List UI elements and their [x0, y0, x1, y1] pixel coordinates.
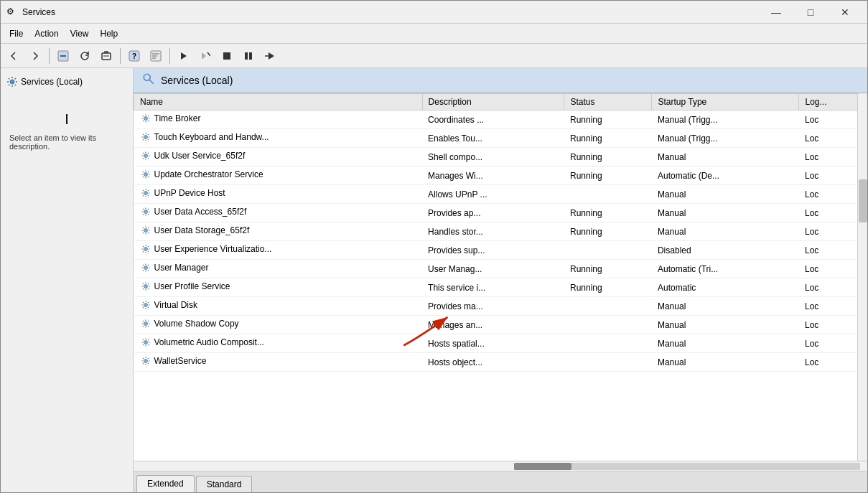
- cell-status: Running: [564, 166, 652, 185]
- h-scroll-thumb[interactable]: [514, 463, 571, 470]
- cell-name: User Data Access_65f2f: [134, 204, 423, 222]
- svg-point-22: [144, 117, 147, 121]
- tab-extended[interactable]: Extended: [136, 475, 195, 492]
- menu-action[interactable]: Action: [29, 27, 64, 41]
- toolbar-separator-3: [169, 48, 170, 64]
- maximize-button[interactable]: □: [794, 1, 827, 24]
- table-row[interactable]: Virtual DiskProvides ma...ManualLoc: [134, 297, 867, 316]
- svg-marker-10: [181, 52, 187, 60]
- cursor-indicator: I: [4, 111, 130, 128]
- cell-startup-type: Manual: [652, 185, 799, 204]
- left-panel-services-local[interactable]: Services (Local): [4, 74, 130, 90]
- cell-description: Coordinates ...: [422, 111, 564, 129]
- svg-point-18: [10, 80, 14, 84]
- toolbar-start-paused[interactable]: [195, 47, 215, 65]
- svg-point-29: [144, 248, 147, 251]
- services-table-container[interactable]: Name Description Status Startup Type Log…: [134, 93, 867, 461]
- cell-name: User Profile Service: [134, 278, 423, 297]
- cell-name: Udk User Service_65f2f: [134, 148, 423, 166]
- table-row[interactable]: Volume Shadow CopyManages an...ManualLoc: [134, 316, 867, 334]
- horizontal-scrollbar[interactable]: [134, 461, 867, 471]
- toolbar-properties[interactable]: [146, 47, 166, 65]
- cell-name: Time Broker: [134, 111, 423, 129]
- table-row[interactable]: WalletServiceHosts object...ManualLoc: [134, 353, 867, 372]
- svg-point-34: [144, 341, 147, 344]
- toolbar-export[interactable]: [96, 47, 116, 65]
- svg-marker-11: [202, 52, 206, 60]
- toolbar-stop[interactable]: [217, 47, 237, 65]
- cell-status: [564, 316, 652, 334]
- table-row[interactable]: User Profile ServiceThis service i...Run…: [134, 278, 867, 297]
- svg-point-31: [144, 285, 147, 288]
- cell-status: Running: [564, 260, 652, 278]
- service-icon-12: Volumetric Audio Composit...: [140, 337, 264, 348]
- table-row[interactable]: Time BrokerCoordinates ...RunningManual …: [134, 111, 867, 129]
- service-icon-8: User Manager: [140, 262, 209, 273]
- cell-status: Running: [564, 148, 652, 166]
- minimize-button[interactable]: —: [760, 1, 793, 24]
- cell-startup-type: Manual (Trigg...: [652, 129, 799, 148]
- cell-startup-type: Automatic (De...: [652, 166, 799, 185]
- cell-description: Manages an...: [422, 316, 564, 334]
- toolbar-start[interactable]: [174, 47, 194, 65]
- cell-name: Volumetric Audio Composit...: [134, 334, 423, 353]
- table-row[interactable]: Udk User Service_65f2fShell compo...Runn…: [134, 148, 867, 166]
- cell-description: Provides sup...: [422, 241, 564, 260]
- table-row[interactable]: Touch Keyboard and Handw...Enables Tou..…: [134, 129, 867, 148]
- cell-description: Allows UPnP ...: [422, 185, 564, 204]
- svg-point-26: [144, 192, 147, 195]
- col-status[interactable]: Status: [564, 94, 652, 111]
- tab-standard[interactable]: Standard: [196, 476, 253, 492]
- cell-description: Shell compo...: [422, 148, 564, 166]
- right-panel: Services (Local): [134, 68, 867, 492]
- col-description[interactable]: Description: [422, 94, 564, 111]
- scroll-thumb[interactable]: [859, 179, 867, 222]
- svg-point-27: [144, 210, 147, 214]
- left-panel-label: Services (Local): [21, 77, 83, 87]
- col-startup-type[interactable]: Startup Type: [652, 94, 799, 111]
- menu-help[interactable]: Help: [95, 27, 124, 41]
- toolbar: ?: [1, 44, 867, 68]
- toolbar-resume[interactable]: [260, 47, 280, 65]
- window-controls: — □ ✕: [760, 1, 862, 24]
- table-row[interactable]: User Data Access_65f2fProvides ap...Runn…: [134, 204, 867, 222]
- service-icon-9: User Profile Service: [140, 281, 230, 292]
- toolbar-separator-2: [120, 48, 121, 64]
- table-row[interactable]: Update Orchestrator ServiceManages Wi...…: [134, 166, 867, 185]
- toolbar-show-hide[interactable]: [53, 47, 73, 65]
- panel-header-icon: [142, 72, 155, 88]
- cell-name: WalletService: [134, 353, 423, 372]
- svg-rect-13: [223, 52, 230, 60]
- table-row[interactable]: UPnP Device HostAllows UPnP ...ManualLoc: [134, 185, 867, 204]
- col-name[interactable]: Name: [134, 94, 423, 111]
- cell-startup-type: Manual: [652, 222, 799, 241]
- window-title: Services: [22, 7, 760, 17]
- services-list: Time BrokerCoordinates ...RunningManual …: [134, 111, 867, 372]
- toolbar-help[interactable]: ?: [124, 47, 144, 65]
- toolbar-back[interactable]: [4, 47, 24, 65]
- table-row[interactable]: User Data Storage_65f2fHandles stor...Ru…: [134, 222, 867, 241]
- menu-view[interactable]: View: [65, 27, 95, 41]
- menu-file[interactable]: File: [4, 27, 29, 41]
- cell-name: Volume Shadow Copy: [134, 316, 423, 334]
- table-row[interactable]: User ManagerUser Manag...RunningAutomati…: [134, 260, 867, 278]
- cell-name: User Data Storage_65f2f: [134, 222, 423, 241]
- vertical-scrollbar[interactable]: [857, 93, 867, 461]
- toolbar-pause[interactable]: [238, 47, 258, 65]
- svg-point-25: [144, 173, 147, 177]
- svg-point-33: [144, 322, 147, 326]
- table-row[interactable]: User Experience Virtualizatio...Provides…: [134, 241, 867, 260]
- cell-startup-type: Automatic (Tri...: [652, 260, 799, 278]
- svg-point-24: [144, 154, 147, 158]
- close-button[interactable]: ✕: [829, 1, 862, 24]
- toolbar-forward[interactable]: [25, 47, 45, 65]
- cell-description: Hosts object...: [422, 353, 564, 372]
- svg-point-23: [144, 136, 147, 139]
- service-icon-10: Virtual Disk: [140, 299, 197, 311]
- svg-text:?: ?: [132, 52, 136, 60]
- table-row[interactable]: Volumetric Audio Composit...Hosts spatia…: [134, 334, 867, 353]
- search-icon: [142, 72, 155, 85]
- cell-startup-type: Disabled: [652, 241, 799, 260]
- toolbar-separator-1: [49, 48, 50, 64]
- toolbar-refresh[interactable]: [75, 47, 95, 65]
